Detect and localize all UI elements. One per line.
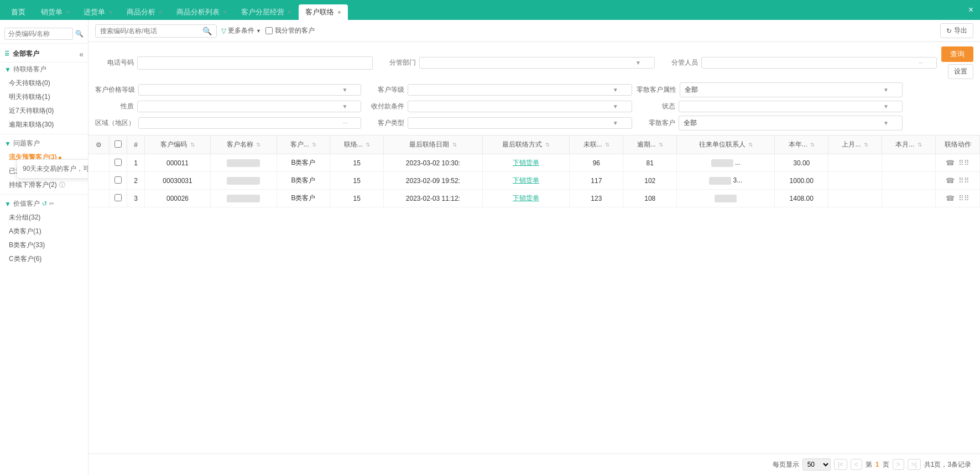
dept-select[interactable]: ▼ (419, 57, 655, 69)
page-size-select[interactable]: 50 100 200 (802, 458, 831, 471)
tab-sales[interactable]: 销货单 × (34, 4, 76, 20)
col-unit-contact[interactable]: 往来单位联系人 ⇅ (677, 135, 775, 154)
col-uncontacted[interactable]: 未联... ⇅ (570, 135, 623, 154)
all-customers-section[interactable]: ⠿ 全部客户 « (0, 46, 88, 62)
customer-level-select[interactable]: ▼ (408, 84, 632, 96)
group-problem[interactable]: ▼ 问题客户 (0, 137, 88, 150)
window-close-icon[interactable]: × (968, 5, 973, 15)
last-type-link-0[interactable]: 下销货单 (513, 159, 539, 166)
dept-chevron-icon: ▼ (635, 60, 641, 66)
col-last-type[interactable]: 最后联络方式 ⇅ (482, 135, 570, 154)
group-pending-contact[interactable]: ▼ 待联络客户 (0, 62, 88, 76)
last-type-link-1[interactable]: 下销货单 (513, 176, 539, 184)
close-customer-contact-icon[interactable]: × (337, 9, 341, 15)
action-phone-0[interactable]: ☎ (946, 159, 955, 167)
last-type-link-2[interactable]: 下销货单 (513, 194, 539, 202)
action-more-0[interactable]: ⠿⠿ (958, 159, 969, 167)
action-more-1[interactable]: ⠿⠿ (958, 176, 969, 185)
sidebar-item-a-class[interactable]: A类客户(1) (0, 225, 88, 238)
settings-button[interactable]: 设置 (948, 64, 973, 79)
phone-label: 电话号码 (95, 58, 134, 67)
collapse-icon[interactable]: « (79, 50, 84, 59)
close-analysis-icon[interactable]: × (159, 9, 162, 15)
sidebar-item-b-class[interactable]: B类客户(33) (0, 238, 88, 252)
region-select[interactable]: ··· (138, 117, 361, 129)
row-contact-2: 15 (330, 190, 384, 207)
price-level-select[interactable]: ▼ (138, 84, 361, 96)
more-conditions-button[interactable]: ▽ 更多条件 ▼ (221, 26, 261, 35)
sidebar-item-c-class[interactable]: C类客户(6) (0, 252, 88, 266)
payment-select[interactable]: ▼ (408, 101, 632, 112)
search-button[interactable]: 🔍 (202, 27, 212, 35)
close-analysis-list-icon[interactable]: × (223, 9, 226, 15)
col-type[interactable]: 客户... ⇅ (277, 135, 330, 154)
col-last-date[interactable]: 最后联络日期 ⇅ (384, 135, 482, 154)
group-value[interactable]: ▼ 价值客户 ↺ ✏ (0, 197, 88, 211)
close-purchase-icon[interactable]: × (108, 9, 112, 15)
row-this-year-0: 30.00 (775, 154, 828, 172)
close-sales-icon[interactable]: × (66, 9, 69, 15)
sidebar-item-ungrouped[interactable]: 未分组(32) (0, 211, 88, 225)
row-checkbox-1[interactable] (110, 172, 127, 190)
status-select[interactable]: ▼ (679, 101, 903, 112)
edit-icon[interactable]: ✏ (49, 200, 54, 207)
row-contact-1: 15 (330, 172, 384, 190)
col-contact[interactable]: 联络... ⇅ (330, 135, 384, 154)
sidebar-item-today[interactable]: 今天待联络(0) (0, 76, 88, 90)
table-row: 1 000011 B类客户 15 2023-03-02 10:30: 下销货单 … (88, 154, 980, 172)
close-customer-layer-icon[interactable]: × (288, 9, 291, 15)
search-input[interactable] (100, 27, 202, 35)
customer-type-select[interactable]: ▼ (408, 117, 632, 129)
row-checkbox-0[interactable] (110, 154, 127, 172)
col-this-month[interactable]: 本月... ⇅ (882, 135, 936, 154)
my-customers-checkbox[interactable] (265, 27, 273, 34)
retail-customer-select[interactable]: 全部 ▼ (679, 116, 903, 131)
row-last-type-0[interactable]: 下销货单 (482, 154, 570, 172)
row-select-0[interactable] (114, 159, 122, 166)
action-more-2[interactable]: ⠿⠿ (958, 194, 969, 202)
col-settings[interactable]: ⚙ (88, 135, 110, 154)
tab-customer-contact[interactable]: 客户联络 × (299, 4, 347, 20)
col-overdue[interactable]: 逾期... ⇅ (623, 135, 677, 154)
row-last-type-1[interactable]: 下销货单 (482, 172, 570, 190)
sidebar-item-tomorrow[interactable]: 明天待联络(1) (0, 90, 88, 104)
first-page-button[interactable]: |< (834, 459, 847, 470)
query-button[interactable]: 查询 (941, 46, 973, 62)
select-all-checkbox[interactable] (114, 140, 122, 148)
sidebar-item-7days[interactable]: 近7天待联络(0) (0, 104, 88, 118)
sidebar-item-overdue[interactable]: 逾期未联络(30) (0, 118, 88, 132)
tab-home[interactable]: 首页 (4, 4, 32, 20)
retail-attr-select[interactable]: 全部 ▼ (680, 82, 903, 97)
tab-customer-layer[interactable]: 客户分层经营 × (234, 4, 298, 20)
sidebar-search-input[interactable] (4, 28, 73, 40)
row-select-2[interactable] (114, 194, 122, 201)
sort-uncontacted-icon: ⇅ (605, 142, 609, 148)
phone-input[interactable] (137, 56, 373, 70)
my-customers-checkbox-label[interactable]: 我分管的客户 (265, 26, 315, 35)
manager-select[interactable]: ··· (701, 57, 937, 69)
col-this-year[interactable]: 本年... ⇅ (775, 135, 828, 154)
manager-label: 分管人员 (659, 58, 698, 67)
col-name[interactable]: 客户名称 ⇅ (211, 135, 277, 154)
refresh-icon[interactable]: ↺ (42, 200, 47, 207)
action-phone-1[interactable]: ☎ (946, 176, 955, 185)
row-checkbox-2[interactable] (110, 190, 127, 207)
row-last-month-1 (828, 172, 882, 190)
export-button[interactable]: ↻ 导出 (940, 23, 973, 38)
gender-select[interactable]: ▼ (137, 101, 361, 112)
action-phone-2[interactable]: ☎ (946, 194, 955, 202)
tab-purchase[interactable]: 进货单 × (77, 4, 118, 20)
col-code[interactable]: 客户编码 ⇅ (144, 135, 210, 154)
col-last-month[interactable]: 上月... ⇅ (828, 135, 882, 154)
tab-analysis[interactable]: 商品分析 × (120, 4, 169, 20)
next-page-button[interactable]: > (893, 459, 904, 470)
prev-page-button[interactable]: < (851, 459, 862, 470)
sidebar: 🔍 ⠿ 全部客户 « ▼ 待联络客户 今天待联络(0) 明天待联络(1) 近7天… (0, 20, 88, 475)
last-page-button[interactable]: >| (908, 459, 921, 470)
sidebar-item-declining[interactable]: 持续下滑客户(2) ⓘ (0, 178, 88, 192)
table-header-row: ⚙ # 客户编码 ⇅ 客户名称 ⇅ 客户... ⇅ 联络... ⇅ 最后联络日期… (88, 135, 980, 154)
tab-analysis-list[interactable]: 商品分析列表 × (170, 4, 233, 20)
row-last-type-2[interactable]: 下销货单 (482, 190, 570, 207)
row-select-1[interactable] (114, 176, 122, 184)
sidebar-search-icon[interactable]: 🔍 (75, 30, 84, 38)
